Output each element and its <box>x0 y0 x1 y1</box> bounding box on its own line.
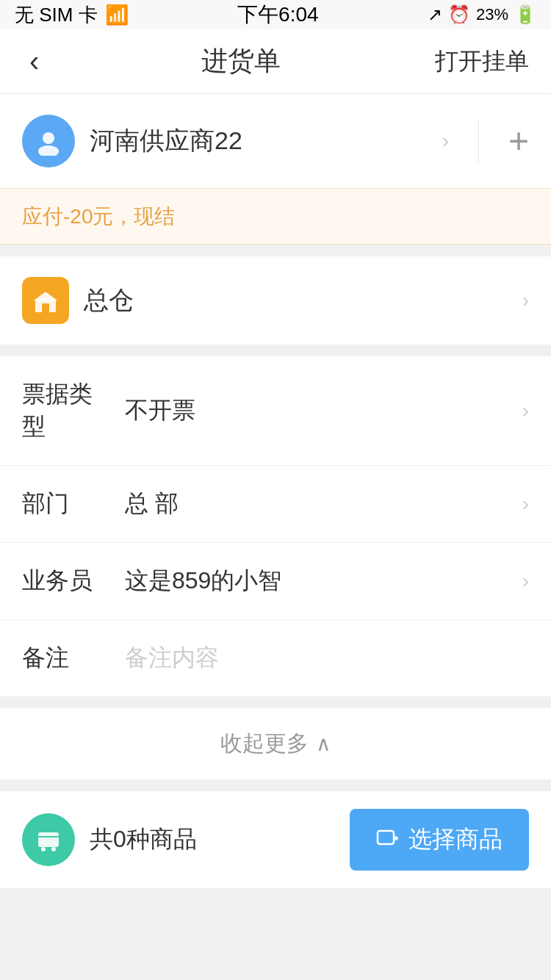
bottom-section: 共0种商品 选择商品 <box>0 791 551 888</box>
svg-point-0 <box>43 132 54 144</box>
department-row[interactable]: 部门 总 部 › <box>0 466 551 543</box>
svg-point-8 <box>51 847 56 851</box>
salesman-row[interactable]: 业务员 这是859的小智 › <box>0 543 551 620</box>
select-product-button[interactable]: 选择商品 <box>350 809 529 871</box>
supplier-right: › + <box>442 119 529 163</box>
select-product-label: 选择商品 <box>408 824 503 856</box>
warehouse-chevron-icon: › <box>522 289 529 312</box>
status-right: ↗ ⏰ 23% 🔋 <box>428 4 536 25</box>
location-icon: ↗ <box>428 4 442 25</box>
department-label: 部门 <box>22 488 110 520</box>
department-chevron-icon: › <box>522 492 529 516</box>
sim-label: 无 SIM 卡 <box>15 2 98 28</box>
svg-rect-9 <box>378 831 394 844</box>
svg-marker-3 <box>34 292 57 300</box>
battery-label: 23% <box>476 5 508 24</box>
svg-rect-4 <box>42 303 49 312</box>
alert-text: 应付-20元，现结 <box>22 205 175 228</box>
svg-point-1 <box>38 145 59 156</box>
remark-input[interactable]: 备注内容 <box>125 642 529 674</box>
alarm-icon: ⏰ <box>448 4 470 25</box>
divider <box>478 119 479 163</box>
salesman-label: 业务员 <box>22 565 110 597</box>
battery-icon: 🔋 <box>514 4 536 25</box>
status-left: 无 SIM 卡 📶 <box>15 2 129 28</box>
nav-bar: ‹ 进货单 打开挂单 <box>0 29 551 94</box>
wifi-icon: 📶 <box>105 4 129 26</box>
collapse-section: 收起更多 ∧ <box>0 708 551 779</box>
add-supplier-button[interactable]: + <box>508 123 529 159</box>
product-count: 共0种商品 <box>90 824 335 856</box>
supplier-avatar-icon <box>34 126 63 156</box>
form-section: 票据类型 不开票 › 部门 总 部 › 业务员 这是859的小智 › 备注 备注… <box>0 356 551 696</box>
svg-point-7 <box>41 847 46 851</box>
invoice-row[interactable]: 票据类型 不开票 › <box>0 356 551 466</box>
invoice-label: 票据类型 <box>22 378 110 443</box>
salesman-value: 这是859的小智 <box>125 565 522 597</box>
collapse-text: 收起更多 <box>220 729 309 759</box>
warehouse-name: 总仓 <box>84 284 522 317</box>
supplier-chevron-icon: › <box>442 129 449 153</box>
warehouse-icon <box>22 277 69 324</box>
supplier-avatar <box>22 115 75 167</box>
collapse-button[interactable]: 收起更多 ∧ <box>0 708 551 779</box>
remark-row[interactable]: 备注 备注内容 <box>0 620 551 696</box>
status-time: 下午6:04 <box>237 1 319 29</box>
cart-icon <box>22 813 75 866</box>
warehouse-row[interactable]: 总仓 › <box>0 256 551 345</box>
salesman-chevron-icon: › <box>522 569 529 593</box>
collapse-chevron-icon: ∧ <box>316 732 331 756</box>
supplier-section: 河南供应商22 › + 应付-20元，现结 <box>0 94 551 245</box>
invoice-value: 不开票 <box>125 394 522 427</box>
supplier-name: 河南供应商22 <box>90 124 442 158</box>
supplier-row[interactable]: 河南供应商22 › + <box>0 94 551 188</box>
alert-banner: 应付-20元，现结 <box>0 188 551 245</box>
remark-label: 备注 <box>22 642 110 674</box>
warehouse-svg-icon <box>32 287 59 314</box>
warehouse-section: 总仓 › <box>0 256 551 345</box>
content: 河南供应商22 › + 应付-20元，现结 总仓 › <box>0 94 551 888</box>
svg-rect-5 <box>38 832 59 847</box>
open-pending-button[interactable]: 打开挂单 <box>435 46 529 78</box>
back-button[interactable]: ‹ <box>22 37 46 85</box>
invoice-chevron-icon: › <box>522 399 529 422</box>
cart-svg-icon <box>34 825 63 854</box>
status-bar: 无 SIM 卡 📶 下午6:04 ↗ ⏰ 23% 🔋 <box>0 0 551 29</box>
department-value: 总 部 <box>125 488 522 520</box>
select-product-icon <box>376 828 400 851</box>
page-title: 进货单 <box>201 43 281 79</box>
